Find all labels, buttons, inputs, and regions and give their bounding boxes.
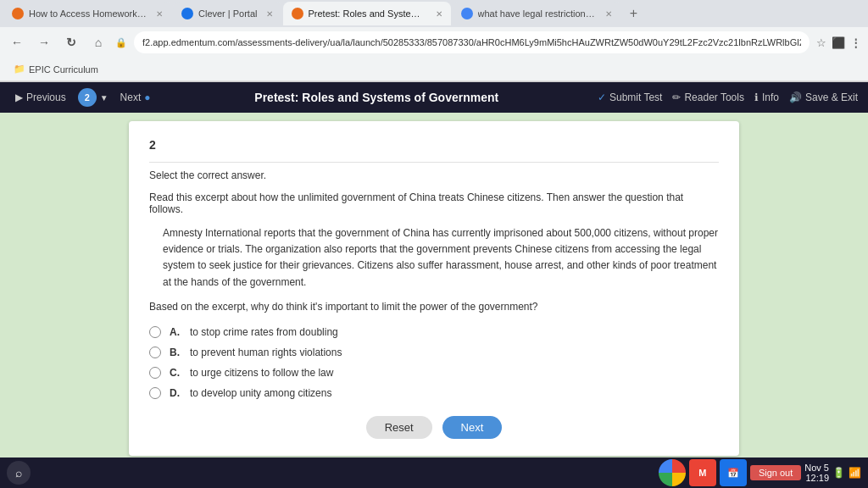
folder-icon: 📁: [14, 64, 25, 75]
bookmark-epic[interactable]: 📁 EPIC Curriculum: [7, 62, 105, 76]
reader-label: Reader Tools: [684, 92, 744, 103]
taskbar-chrome[interactable]: [659, 459, 686, 486]
separator-1: [149, 162, 719, 163]
taskbar-icons: M 📅 Sign out Nov 5 12:19 🔋 📶: [659, 459, 861, 486]
tab-label-4: what have legal restrictions imp...: [478, 8, 597, 19]
option-d-letter: D.: [170, 387, 181, 399]
reset-button[interactable]: Reset: [366, 416, 432, 439]
taskbar-search[interactable]: ⌕: [7, 461, 31, 485]
assessment-title: Pretest: Roles and Systems of Government: [163, 91, 591, 104]
tab-close-3[interactable]: ✕: [436, 9, 442, 19]
tab-homework-help[interactable]: How to Access Homework Help ✕: [3, 2, 171, 25]
taskbar-time-display: 12:19: [804, 473, 829, 483]
toolbar-right: ✓ Submit Test ✏ Reader Tools ℹ Info 🔊 Sa…: [598, 92, 858, 103]
taskbar-calendar[interactable]: 📅: [720, 459, 747, 486]
prev-icon: ▶: [15, 92, 23, 103]
taskbar: ⌕ M 📅 Sign out Nov 5 12:19 🔋 📶: [0, 458, 868, 488]
address-bar: ← → ↻ ⌂ 🔒 ☆ ⬛ ⋮: [0, 27, 868, 58]
radio-b[interactable]: [149, 347, 161, 358]
save-exit-button[interactable]: 🔊 Save & Exit: [789, 92, 858, 103]
radio-a[interactable]: [149, 326, 161, 338]
battery-icon: 🔋: [832, 467, 845, 479]
search-icon: ⌕: [15, 466, 22, 480]
extensions-icon[interactable]: ⬛: [832, 36, 845, 49]
sign-out-button[interactable]: Sign out: [750, 465, 801, 480]
answer-options: A. to stop crime rates from doubling B. …: [149, 326, 719, 399]
option-c-text: to urge citizens to follow the law: [190, 367, 333, 379]
reader-tools-button[interactable]: ✏ Reader Tools: [672, 92, 744, 103]
option-b-text: to prevent human rights violations: [190, 347, 342, 358]
assessment-toolbar: ▶ Previous 2 ▼ Next ● Pretest: Roles and…: [0, 82, 868, 113]
radio-d[interactable]: [149, 387, 161, 399]
reader-icon: ✏: [672, 92, 681, 103]
option-b[interactable]: B. to prevent human rights violations: [149, 347, 719, 358]
taskbar-time-date: Nov 5 12:19: [804, 463, 829, 483]
volume-icon: 🔊: [789, 92, 802, 103]
tab-clever[interactable]: Clever | Portal ✕: [173, 2, 281, 25]
toolbar-extras: ☆ ⬛ ⋮: [816, 36, 861, 49]
tab-icon-4: [461, 8, 473, 19]
submit-label: Submit Test: [609, 92, 662, 103]
bookmarks-bar: 📁 EPIC Curriculum: [0, 58, 868, 81]
option-b-letter: B.: [170, 347, 181, 358]
info-label: Info: [762, 92, 779, 103]
option-c-letter: C.: [170, 367, 181, 379]
question-instruction: Select the correct answer.: [149, 169, 719, 181]
wifi-icon: 📶: [849, 467, 861, 479]
tab-label-3: Pretest: Roles and Systems of G...: [309, 8, 427, 19]
tab-bar: How to Access Homework Help ✕ Clever | P…: [0, 0, 868, 27]
bookmark-star[interactable]: ☆: [816, 36, 826, 49]
tab-pretest[interactable]: Pretest: Roles and Systems of G... ✕: [283, 2, 451, 25]
tab-close-2[interactable]: ✕: [266, 9, 273, 19]
question-text: Based on the excerpt, why do think it's …: [149, 301, 719, 313]
taskbar-gmail[interactable]: M: [689, 459, 716, 486]
taskbar-date: Nov 5: [804, 463, 829, 473]
next-icon: ●: [144, 92, 150, 103]
bookmark-label: EPIC Curriculum: [29, 64, 98, 75]
radio-c[interactable]: [149, 367, 161, 379]
question-card: 2 Select the correct answer. Read this e…: [129, 121, 739, 456]
option-c[interactable]: C. to urge citizens to follow the law: [149, 367, 719, 379]
reload-button[interactable]: ↻: [61, 32, 81, 53]
next-label-toolbar: Next: [120, 92, 142, 103]
info-icon: ℹ: [754, 92, 759, 103]
previous-button[interactable]: ▶ Previous: [10, 90, 71, 105]
option-a-letter: A.: [170, 326, 181, 338]
address-input[interactable]: [134, 31, 810, 53]
next-toolbar-button[interactable]: Next ●: [115, 90, 156, 105]
next-button[interactable]: Next: [442, 416, 503, 439]
submit-test-button[interactable]: ✓ Submit Test: [598, 92, 662, 103]
question-number: 2: [149, 138, 719, 152]
home-button[interactable]: ⌂: [88, 32, 108, 53]
tab-legal[interactable]: what have legal restrictions imp... ✕: [453, 2, 620, 25]
browser-chrome: How to Access Homework Help ✕ Clever | P…: [0, 0, 868, 82]
passage-text: Amnesty International reports that the g…: [149, 225, 719, 291]
action-buttons: Reset Next: [149, 416, 719, 439]
menu-dots[interactable]: ⋮: [850, 36, 861, 49]
option-d-text: to develop unity among citizens: [190, 387, 331, 399]
save-label: Save & Exit: [805, 92, 858, 103]
back-button[interactable]: ←: [7, 32, 27, 53]
prev-label: Previous: [26, 92, 66, 103]
tab-close-4[interactable]: ✕: [605, 9, 612, 19]
new-tab-button[interactable]: +: [622, 2, 646, 25]
tab-label-2: Clever | Portal: [198, 8, 258, 19]
question-area: 2 Select the correct answer. Read this e…: [0, 113, 868, 464]
question-nav: 2 ▼: [78, 88, 108, 107]
info-button[interactable]: ℹ Info: [754, 92, 779, 103]
lock-icon: 🔒: [115, 37, 127, 48]
calendar-label: 📅: [727, 468, 739, 479]
passage-intro: Read this excerpt about how the unlimite…: [149, 191, 719, 215]
check-icon: ✓: [598, 92, 606, 103]
option-d[interactable]: D. to develop unity among citizens: [149, 387, 719, 399]
gmail-label: M: [698, 468, 706, 478]
tab-close-1[interactable]: ✕: [156, 9, 163, 19]
option-a[interactable]: A. to stop crime rates from doubling: [149, 326, 719, 338]
question-dropdown-arrow[interactable]: ▼: [100, 93, 108, 103]
option-a-text: to stop crime rates from doubling: [190, 326, 338, 338]
tab-icon-2: [181, 8, 193, 19]
tab-label-1: How to Access Homework Help: [29, 8, 147, 19]
question-number-badge: 2: [78, 88, 97, 107]
tab-icon-3: [292, 8, 303, 19]
forward-button[interactable]: →: [34, 32, 54, 53]
